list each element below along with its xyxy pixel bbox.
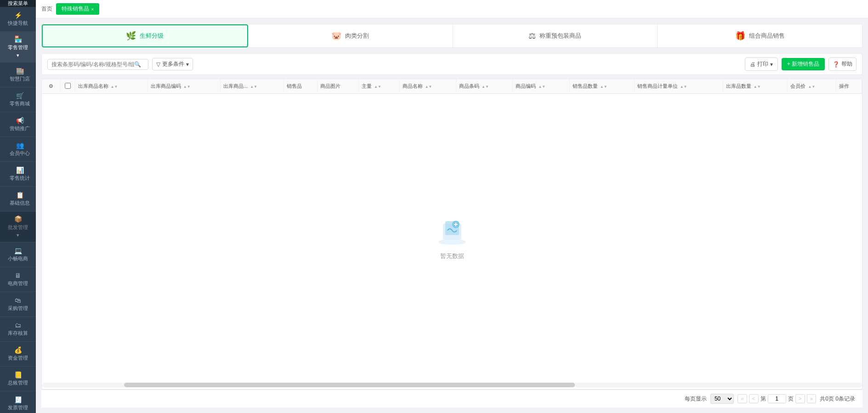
- th-checkbox[interactable]: [60, 79, 75, 94]
- next-page-button[interactable]: >: [795, 394, 805, 403]
- wholesale-mgmt-icon: 📦: [14, 215, 22, 223]
- sidebar-item-marketing[interactable]: 📢 营销推广: [0, 112, 36, 137]
- sort-arrows-out-code[interactable]: ▲▼: [183, 85, 191, 89]
- filter-button[interactable]: ▽ 更多条件 ▾: [152, 58, 193, 70]
- horizontal-scrollbar-thumb[interactable]: [124, 383, 575, 387]
- sidebar-item-inventory[interactable]: 🗂 库存核算: [0, 317, 36, 342]
- sort-arrows-product-name[interactable]: ▲▼: [425, 85, 432, 89]
- page-label: 页: [788, 395, 794, 403]
- sidebar-item-quick-nav[interactable]: ⚡ 快捷导航: [0, 7, 36, 32]
- sort-arrows-out-ellipsis[interactable]: ▲▼: [250, 85, 257, 89]
- sidebar-item-smart-store[interactable]: 🏬 智慧门店: [0, 63, 36, 87]
- tab-meat-cutting-label: 肉类分割: [345, 32, 369, 40]
- page-content: 🌿 生鲜分级 🐷 肉类分割 ⚖ 称重预包装商品 🎁 组合商品销售 🔍: [36, 18, 868, 413]
- column-settings-icon[interactable]: ⚙: [49, 83, 53, 89]
- topbar-active-tab[interactable]: 特殊销售品 ×: [56, 3, 99, 15]
- toolbar-left: 🔍 ▽ 更多条件 ▾: [47, 58, 193, 70]
- print-arrow-icon: ▾: [770, 61, 773, 68]
- prev-page-button[interactable]: <: [749, 394, 759, 403]
- sidebar-item-wholesale-mgmt[interactable]: 📦 批发管理 ▾: [0, 212, 36, 242]
- topbar-tab-close[interactable]: ×: [91, 6, 94, 12]
- sidebar-item-invoice[interactable]: 🧾 发票管理: [0, 391, 36, 413]
- retail-mgmt-icon: 🏪: [14, 35, 22, 43]
- th-member-price: 会员价 ▲▼: [788, 79, 836, 94]
- first-page-button[interactable]: «: [738, 394, 747, 403]
- th-barcode: 商品条码 ▲▼: [456, 79, 512, 94]
- th-out-product-ellipsis: 出库商品... ▲▼: [220, 79, 284, 94]
- basic-info-retail-icon: 📋: [16, 191, 24, 199]
- data-table: ⚙ 出库商品名称 ▲▼ 出库商品编码 ▲▼: [42, 79, 862, 94]
- page-jump-label: 第: [760, 395, 766, 403]
- th-product-name: 商品名称 ▲▼: [399, 79, 456, 94]
- search-icon[interactable]: 🔍: [134, 61, 141, 68]
- sidebar-item-retail-stats[interactable]: 📊 零售统计: [0, 162, 36, 187]
- tab-combo-sales[interactable]: 🎁 组合商品销售: [658, 24, 862, 47]
- sort-arrows-main-qty[interactable]: ▲▼: [374, 85, 381, 89]
- th-sales-product: 销售品: [284, 79, 317, 94]
- inventory-icon: 🗂: [15, 321, 21, 329]
- print-button[interactable]: 🖨 打印 ▾: [745, 57, 778, 71]
- combo-sales-icon: 🎁: [735, 31, 745, 41]
- topbar: 首页 特殊销售品 ×: [36, 0, 868, 18]
- topbar-home[interactable]: 首页: [41, 5, 52, 13]
- search-input[interactable]: [51, 61, 134, 68]
- sidebar-item-ledger[interactable]: 📒 总账管理: [0, 367, 36, 391]
- invoice-icon: 🧾: [14, 396, 22, 403]
- th-main-qty: 主量 ▲▼: [359, 79, 400, 94]
- sidebar-item-purchase[interactable]: 🛍 采购管理: [0, 292, 36, 317]
- th-settings[interactable]: ⚙: [42, 79, 60, 94]
- sidebar-item-basic-info-retail[interactable]: 📋 基础信息: [0, 187, 36, 212]
- sort-arrows-barcode[interactable]: ▲▼: [482, 85, 489, 89]
- help-button[interactable]: ❓ 帮助: [828, 57, 857, 71]
- empty-state: 暂无数据: [42, 94, 862, 381]
- sidebar-item-finance[interactable]: 💰 资金管理: [0, 342, 36, 367]
- scale-prepack-icon: ⚖: [528, 31, 536, 41]
- toolbar: 🔍 ▽ 更多条件 ▾ 🖨 打印 ▾ + 新增销售品 ❓: [41, 53, 862, 75]
- purchase-icon: 🛍: [15, 297, 21, 304]
- sidebar-logo[interactable]: 搜索菜单: [0, 0, 36, 7]
- data-table-wrap: ⚙ 出库商品名称 ▲▼ 出库商品编码 ▲▼: [41, 79, 862, 390]
- sidebar-item-ecommerce-small[interactable]: 💻 小畅电商: [0, 242, 36, 267]
- page-input[interactable]: [768, 394, 786, 403]
- tab-scale-prepack[interactable]: ⚖ 称重预包装商品: [453, 24, 658, 47]
- th-out-qty: 出库品数量 ▲▼: [723, 79, 788, 94]
- per-page-select[interactable]: 10 20 50 100: [710, 394, 734, 404]
- horizontal-scrollbar[interactable]: [42, 383, 862, 387]
- th-product-image: 商品图片: [317, 79, 358, 94]
- smart-store-icon: 🏬: [16, 67, 24, 75]
- help-icon: ❓: [833, 61, 840, 68]
- filter-label: 更多条件: [162, 60, 184, 68]
- sidebar-item-retail-mall[interactable]: 🛒 零售商城: [0, 87, 36, 112]
- th-sales-qty: 销售品数量 ▲▼: [569, 79, 634, 94]
- sort-arrows-product-code[interactable]: ▲▼: [538, 85, 545, 89]
- sort-arrows-member-price[interactable]: ▲▼: [808, 85, 816, 89]
- tab-fresh-grading[interactable]: 🌿 生鲜分级: [42, 24, 248, 47]
- topbar-tab-label: 特殊销售品: [62, 5, 89, 13]
- empty-state-illustration: [434, 214, 471, 247]
- total-info: 共0页 0条记录: [820, 395, 855, 403]
- print-label: 打印: [757, 60, 768, 68]
- sort-arrows-out-name[interactable]: ▲▼: [111, 85, 118, 89]
- retail-stats-icon: 📊: [16, 166, 24, 174]
- sort-arrows-out-qty[interactable]: ▲▼: [754, 85, 761, 89]
- th-actions: 操作: [836, 79, 862, 94]
- marketing-icon: 📢: [16, 117, 24, 124]
- quick-nav-icon: ⚡: [14, 11, 22, 19]
- select-all-checkbox[interactable]: [65, 83, 71, 89]
- filter-icon: ▽: [156, 61, 160, 68]
- per-page-label: 每页显示: [685, 395, 707, 403]
- sidebar-item-ecommerce-mgmt[interactable]: 🖥 电商管理: [0, 267, 36, 292]
- sidebar-item-retail-mgmt[interactable]: 🏪 零售管理 ▾: [0, 32, 36, 63]
- last-page-button[interactable]: »: [807, 394, 817, 403]
- add-product-button[interactable]: + 新增销售品: [782, 58, 825, 70]
- ledger-icon: 📒: [14, 371, 22, 379]
- help-label: 帮助: [841, 60, 852, 68]
- sidebar-item-members[interactable]: 👥 会员中心: [0, 137, 36, 162]
- pagination: 每页显示 10 20 50 100 « < 第 页 > » 共0页 0条记录: [41, 390, 862, 407]
- th-sales-unit: 销售商品计量单位 ▲▼: [634, 79, 723, 94]
- sort-arrows-sales-unit[interactable]: ▲▼: [680, 85, 687, 89]
- tab-meat-cutting[interactable]: 🐷 肉类分割: [248, 24, 453, 47]
- filter-arrow-icon: ▾: [186, 61, 189, 68]
- search-input-wrap[interactable]: 🔍: [47, 59, 148, 70]
- sort-arrows-sales-qty[interactable]: ▲▼: [600, 85, 607, 89]
